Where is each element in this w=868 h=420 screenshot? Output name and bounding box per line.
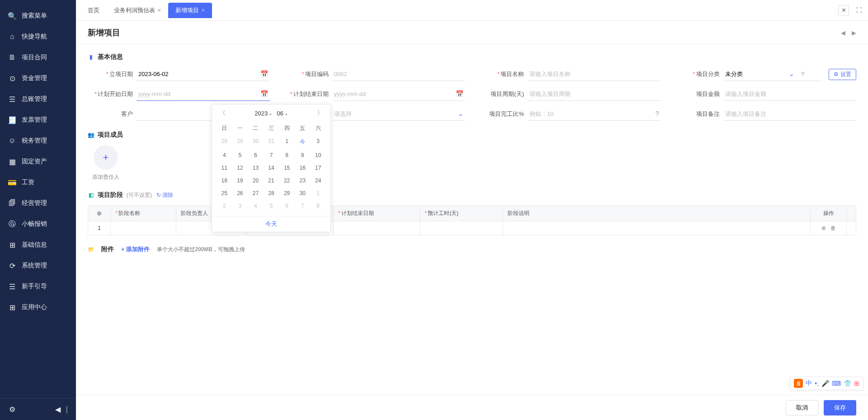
- dp-day[interactable]: 16: [295, 162, 311, 174]
- dp-day[interactable]: 6: [279, 200, 295, 212]
- ime-punct-icon[interactable]: •,: [815, 380, 819, 387]
- sidebar-item-ledger[interactable]: ☰总账管理: [0, 89, 76, 110]
- close-icon[interactable]: ×: [202, 7, 205, 14]
- add-row-icon[interactable]: ⊕: [821, 225, 826, 231]
- dp-day[interactable]: 18: [217, 174, 232, 187]
- sidebar-item-invoice[interactable]: 🧾发票管理: [0, 110, 76, 130]
- dp-day[interactable]: 10: [310, 149, 326, 162]
- dp-day[interactable]: 20: [248, 174, 264, 187]
- sidebar-item-basic[interactable]: ⊞基础信息: [0, 234, 76, 255]
- table-scrollbar[interactable]: [847, 206, 856, 221]
- ime-logo-icon[interactable]: S: [794, 379, 803, 388]
- next-record-button[interactable]: ▶: [852, 29, 856, 36]
- period-input[interactable]: [528, 87, 661, 101]
- plan-end-input[interactable]: [332, 87, 466, 101]
- dp-day[interactable]: 12: [232, 162, 248, 174]
- ime-skin-icon[interactable]: 👕: [844, 380, 851, 387]
- project-category-select[interactable]: [723, 67, 822, 81]
- calendar-icon[interactable]: 📅: [456, 90, 463, 97]
- dp-day[interactable]: 31: [264, 135, 279, 149]
- project-name-input[interactable]: [528, 67, 661, 81]
- sidebar-item-system[interactable]: ⟳系统管理: [0, 255, 76, 276]
- dp-day[interactable]: 8: [310, 200, 326, 212]
- dp-day[interactable]: 29: [279, 187, 295, 200]
- col-settings[interactable]: ⚙: [88, 206, 111, 221]
- next-month-button[interactable]: 〉: [315, 109, 325, 117]
- dp-day[interactable]: 1: [279, 135, 295, 149]
- dp-day[interactable]: 30: [248, 135, 264, 149]
- prev-month-button[interactable]: 〈: [217, 109, 227, 117]
- dp-day[interactable]: 29: [232, 135, 248, 149]
- dp-day[interactable]: 27: [248, 187, 264, 200]
- close-icon[interactable]: ×: [158, 7, 161, 14]
- sidebar-item-manage[interactable]: 🗐经营管理: [0, 193, 76, 214]
- sidebar-item-search[interactable]: 🔍搜索菜单: [0, 5, 76, 26]
- tab[interactable]: 首页: [80, 3, 107, 18]
- plan-start-input[interactable]: [137, 87, 270, 101]
- sidebar-item-asset[interactable]: ▦固定资产: [0, 151, 76, 172]
- tab[interactable]: 新增项目×: [168, 3, 212, 18]
- today-button[interactable]: 今天: [265, 220, 277, 227]
- cell-name[interactable]: [111, 221, 176, 235]
- dp-day[interactable]: 6: [248, 149, 264, 162]
- dp-day[interactable]: 4: [217, 149, 232, 162]
- ime-toolbox-icon[interactable]: ⊞: [854, 380, 859, 387]
- collapse-icon[interactable]: ◀⎹: [55, 405, 67, 414]
- dp-day[interactable]: 7: [264, 149, 279, 162]
- dp-day[interactable]: 9: [295, 149, 311, 162]
- dp-day[interactable]: 23: [295, 174, 311, 187]
- dp-day[interactable]: 24: [310, 174, 326, 187]
- remark-input[interactable]: [723, 107, 857, 121]
- create-date-input[interactable]: [137, 67, 270, 81]
- cell-end[interactable]: [333, 221, 420, 235]
- delete-row-icon[interactable]: 🗑: [830, 225, 836, 231]
- table-scrollbar[interactable]: [847, 221, 856, 235]
- calendar-icon[interactable]: 📅: [260, 70, 268, 77]
- cancel-button[interactable]: 取消: [786, 400, 818, 415]
- dp-day[interactable]: 28: [264, 187, 279, 200]
- year-select[interactable]: 2023⌄: [255, 110, 272, 117]
- dp-day[interactable]: 26: [232, 187, 248, 200]
- dp-day[interactable]: 3: [232, 200, 248, 212]
- dp-day[interactable]: 11: [217, 162, 232, 174]
- chevron-down-icon[interactable]: ⌄: [458, 110, 463, 117]
- dp-day[interactable]: 5: [232, 149, 248, 162]
- dp-day[interactable]: 7: [295, 200, 311, 212]
- sidebar-item-money[interactable]: ⊙资金管理: [0, 68, 76, 89]
- dp-day[interactable]: 25: [217, 187, 232, 200]
- chevron-down-icon[interactable]: ⌄: [789, 70, 794, 77]
- dp-day[interactable]: 1: [310, 187, 326, 200]
- dp-day[interactable]: 14: [264, 162, 279, 174]
- month-select[interactable]: 06⌄: [277, 110, 288, 117]
- prev-record-button[interactable]: ◀: [841, 29, 845, 36]
- dp-day[interactable]: 8: [279, 149, 295, 162]
- sidebar-item-doc[interactable]: 🗎项目合同: [0, 47, 76, 68]
- ime-keyboard-icon[interactable]: ⌨: [832, 380, 841, 387]
- sidebar-item-tax[interactable]: ☺税务管理: [0, 130, 76, 151]
- cell-desc[interactable]: [503, 221, 811, 235]
- ime-mic-icon[interactable]: 🎤: [821, 380, 829, 387]
- dp-day[interactable]: 22: [279, 174, 295, 187]
- ime-lang-button[interactable]: 中: [806, 379, 812, 387]
- add-member-button[interactable]: +: [94, 145, 118, 170]
- sidebar-item-apps[interactable]: ⊞应用中心: [0, 297, 76, 318]
- sidebar-item-expense[interactable]: Ⓖ小畅报销: [0, 214, 76, 234]
- dp-day[interactable]: 3: [310, 135, 326, 149]
- clear-stages-button[interactable]: ↻清除: [156, 191, 173, 199]
- help-icon[interactable]: ?: [801, 71, 804, 77]
- dp-day[interactable]: 今: [295, 135, 311, 149]
- dp-day[interactable]: 19: [232, 174, 248, 187]
- dp-day[interactable]: 17: [310, 162, 326, 174]
- dp-day[interactable]: 2: [217, 200, 232, 212]
- close-tab-button[interactable]: ✕: [838, 5, 849, 16]
- dp-day[interactable]: 5: [264, 200, 279, 212]
- sidebar-item-home[interactable]: ⌂快捷导航: [0, 26, 76, 47]
- calendar-icon[interactable]: 📅: [260, 90, 268, 97]
- save-button[interactable]: 保存: [824, 400, 856, 415]
- owner-dept-select[interactable]: [332, 107, 466, 121]
- dp-day[interactable]: 28: [217, 135, 232, 149]
- fullscreen-button[interactable]: ⛶: [854, 5, 864, 16]
- dp-day[interactable]: 21: [264, 174, 279, 187]
- complete-pct-input[interactable]: [528, 107, 661, 121]
- dp-day[interactable]: 13: [248, 162, 264, 174]
